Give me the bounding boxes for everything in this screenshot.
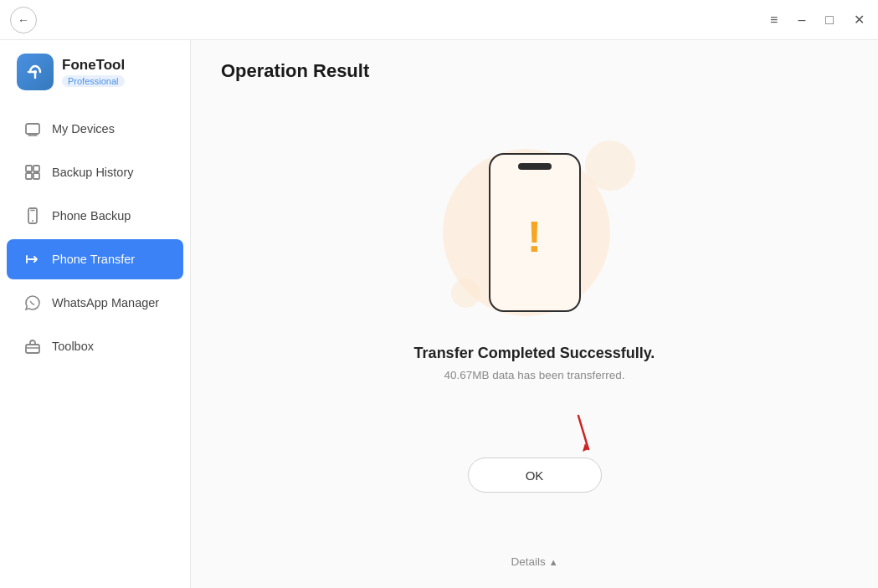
ok-button-label: OK [526, 468, 544, 483]
sidebar-item-toolbox[interactable]: Toolbox [7, 326, 183, 366]
circle-bg-small-bottom [451, 279, 480, 308]
svg-rect-9 [26, 345, 39, 353]
sidebar-item-phone-backup-label: Phone Backup [52, 209, 131, 222]
svg-line-10 [578, 416, 588, 449]
svg-rect-2 [26, 124, 39, 134]
sidebar-item-backup-history[interactable]: Backup History [7, 152, 183, 192]
circle-bg-small-right [585, 141, 635, 191]
toolbox-icon [23, 337, 42, 355]
title-bar: ← ≡ – □ ✕ [0, 0, 878, 40]
sidebar-item-backup-history-label: Backup History [52, 166, 134, 179]
main-content: Operation Result ! Transfer Completed Su… [191, 40, 878, 588]
phone-notch [518, 163, 552, 170]
app-body: FoneTool Professional My Devices [0, 40, 878, 588]
whatsapp-icon [23, 294, 42, 312]
details-label: Details [511, 555, 545, 568]
sidebar: FoneTool Professional My Devices [0, 40, 191, 588]
backup-history-icon [23, 163, 42, 182]
sidebar-item-phone-transfer[interactable]: Phone Transfer [7, 239, 183, 279]
sidebar-item-phone-backup[interactable]: Phone Backup [7, 196, 183, 236]
window-controls: ≡ – □ ✕ [767, 10, 868, 29]
svg-rect-4 [33, 166, 39, 171]
devices-icon [23, 120, 42, 138]
svg-rect-3 [26, 166, 32, 171]
sidebar-item-my-devices[interactable]: My Devices [7, 109, 183, 149]
maximize-icon[interactable]: □ [822, 11, 837, 29]
phone-frame: ! [489, 153, 581, 312]
svg-rect-6 [33, 173, 39, 179]
details-chevron-icon: ▲ [549, 557, 558, 567]
sidebar-item-whatsapp-manager-label: WhatsApp Manager [52, 296, 159, 309]
phone-illustration: ! [418, 141, 652, 325]
svg-rect-5 [26, 173, 32, 179]
sidebar-item-whatsapp-manager[interactable]: WhatsApp Manager [7, 283, 183, 323]
arrow-container [451, 412, 619, 458]
app-name: FoneTool [62, 57, 125, 74]
minimize-icon[interactable]: – [794, 11, 809, 29]
logo-area: FoneTool Professional [0, 54, 190, 107]
exclamation-icon: ! [527, 215, 542, 258]
back-button[interactable]: ← [10, 7, 37, 33]
sidebar-item-phone-transfer-label: Phone Transfer [52, 253, 135, 266]
svg-point-8 [32, 220, 33, 222]
red-arrow-svg [528, 412, 612, 458]
page-title: Operation Result [191, 40, 878, 95]
title-bar-left: ← [10, 7, 37, 33]
logo-text: FoneTool Professional [62, 57, 125, 87]
svg-point-1 [33, 70, 37, 74]
details-link[interactable]: Details ▲ [511, 555, 557, 568]
back-icon: ← [18, 13, 29, 27]
close-icon[interactable]: ✕ [850, 10, 868, 29]
result-area: ! Transfer Completed Successfully. 40.67… [191, 95, 878, 588]
menu-icon[interactable]: ≡ [767, 11, 781, 29]
app-logo [17, 54, 54, 90]
success-subtitle: 40.67MB data has been transferred. [444, 369, 624, 381]
ok-button[interactable]: OK [468, 458, 602, 493]
sidebar-item-toolbox-label: Toolbox [52, 340, 94, 353]
app-badge: Professional [62, 75, 125, 87]
success-title: Transfer Completed Successfully. [414, 345, 655, 362]
phone-backup-icon [23, 207, 42, 225]
sidebar-item-my-devices-label: My Devices [52, 122, 115, 135]
phone-transfer-icon [23, 250, 42, 268]
